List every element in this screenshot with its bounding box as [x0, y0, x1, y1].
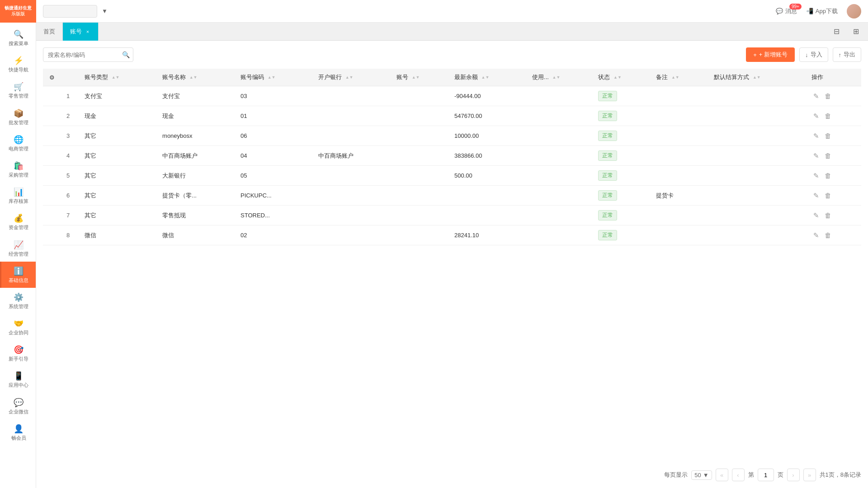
th-remark[interactable]: 备注 ▲▼ — [651, 69, 708, 86]
td-remark — [651, 225, 708, 245]
th-account-no[interactable]: 账号 ▲▼ — [391, 69, 449, 86]
status-badge: 正常 — [598, 230, 617, 240]
edit-button[interactable]: ✎ — [811, 171, 821, 181]
td-row-num: 4 — [61, 146, 79, 166]
th-usage[interactable]: 使用... ▲▼ — [527, 69, 593, 86]
topbar-dropdown[interactable]: ▼ — [102, 8, 108, 14]
sidebar-item-basic-info[interactable]: ℹ️ 基础信息 — [0, 262, 36, 288]
add-icon: + — [753, 52, 757, 58]
th-bank[interactable]: 开户银行 ▲▼ — [313, 69, 391, 86]
sidebar-item-retail-mgmt[interactable]: 🛒 零售管理 — [0, 77, 36, 103]
delete-button[interactable]: 🗑 — [823, 91, 833, 101]
import-button[interactable]: ↓ 导入 — [799, 47, 828, 62]
sidebar-item-member[interactable]: 👤 畅会员 — [0, 419, 36, 446]
edit-button[interactable]: ✎ — [811, 131, 821, 141]
th-settings[interactable]: ⚙ — [43, 69, 61, 86]
td-row-num: 5 — [61, 166, 79, 186]
delete-button[interactable]: 🗑 — [823, 111, 833, 121]
delete-button[interactable]: 🗑 — [823, 230, 833, 240]
last-page-icon: » — [808, 472, 811, 479]
sidebar-item-finance-mgmt[interactable]: 💰 资金管理 — [0, 209, 36, 235]
th-status[interactable]: 状态 ▲▼ — [593, 69, 651, 86]
chevron-down-icon: ▼ — [102, 8, 108, 14]
td-row-num: 6 — [61, 186, 79, 206]
sidebar-item-label: 采购管理 — [9, 172, 28, 178]
sort-icon: ▲▼ — [753, 75, 761, 80]
user-avatar[interactable] — [847, 4, 861, 19]
status-badge: 正常 — [598, 210, 617, 221]
edit-button[interactable]: ✎ — [811, 151, 821, 161]
table-row: 7 其它 零售抵现 STORED... 正常 ✎ 🗑 — [43, 206, 861, 225]
sidebar-item-label: 基础信息 — [9, 277, 28, 283]
next-page-button[interactable]: › — [787, 469, 800, 481]
td-account-name: moneybosx — [157, 126, 235, 146]
accounts-table: ⚙ 账号类型 ▲▼ 账号名称 ▲▼ 账号编码 ▲▼ — [43, 69, 861, 245]
td-default-settlement — [708, 126, 806, 146]
td-account-type: 微信 — [79, 225, 157, 245]
main-area: ▼ 💬 消息 99+ 📲 App下载 首页 账号 × ⊟ ⊞ — [36, 0, 868, 488]
tab-accounts-label: 账号 — [70, 28, 82, 36]
sidebar-item-purchase-mgmt[interactable]: 🛍️ 采购管理 — [0, 156, 36, 183]
sidebar-item-enterprise-agree[interactable]: 🤝 企业协同 — [0, 314, 36, 340]
edit-button[interactable]: ✎ — [811, 230, 821, 240]
sidebar-item-wholesale-mgmt[interactable]: 📦 批发管理 — [0, 104, 36, 130]
sidebar-item-operations-mgmt[interactable]: 📈 经营管理 — [0, 235, 36, 262]
delete-button[interactable]: 🗑 — [823, 191, 833, 200]
page-size-select[interactable]: 50 ▼ — [691, 470, 712, 480]
sidebar-item-new-guide[interactable]: 🎯 新手引导 — [0, 340, 36, 366]
th-default-settlement[interactable]: 默认结算方式 ▲▼ — [708, 69, 806, 86]
first-page-button[interactable]: « — [716, 469, 728, 481]
tab-close-icon[interactable]: × — [85, 28, 91, 35]
export-button[interactable]: ↑ 导出 — [833, 47, 862, 62]
enterprise-icon: 🤝 — [14, 319, 24, 328]
th-account-name[interactable]: 账号名称 ▲▼ — [157, 69, 235, 86]
delete-button[interactable]: 🗑 — [823, 171, 833, 180]
messages-button[interactable]: 💬 消息 99+ — [776, 7, 797, 15]
search-input[interactable] — [43, 47, 133, 62]
topbar-search-input[interactable] — [43, 5, 97, 18]
sidebar-item-app-center[interactable]: 📱 应用中心 — [0, 366, 36, 393]
td-status: 正常 — [593, 206, 651, 225]
th-latest-balance[interactable]: 最新余额 ▲▼ — [449, 69, 527, 86]
delete-button[interactable]: 🗑 — [823, 151, 833, 160]
table-row: 5 其它 大新银行 05 500.00 正常 ✎ 🗑 — [43, 166, 861, 186]
td-settings — [43, 106, 61, 126]
sidebar-item-enterprise-wechat[interactable]: 💬 企业微信 — [0, 393, 36, 419]
sidebar-item-inventory-check[interactable]: 📊 库存核算 — [0, 183, 36, 209]
delete-button[interactable]: 🗑 — [823, 131, 833, 141]
last-page-button[interactable]: » — [803, 469, 816, 481]
add-account-button[interactable]: + + 新增账号 — [746, 47, 795, 62]
edit-button[interactable]: ✎ — [811, 191, 821, 201]
search-icon[interactable]: 🔍 — [122, 51, 130, 58]
page-input[interactable] — [758, 469, 774, 481]
th-account-code[interactable]: 账号编码 ▲▼ — [235, 69, 313, 86]
first-page-icon: « — [720, 472, 723, 479]
td-default-settlement — [708, 86, 806, 106]
table-row: 3 其它 moneybosx 06 10000.00 正常 ✎ 🗑 — [43, 126, 861, 146]
minimize-icon[interactable]: ⊟ — [828, 27, 845, 36]
wechat-icon: 💬 — [14, 398, 24, 408]
prev-page-button[interactable]: ‹ — [732, 469, 745, 481]
delete-button[interactable]: 🗑 — [823, 211, 833, 220]
th-account-type[interactable]: 账号类型 ▲▼ — [79, 69, 157, 86]
td-account-code: 02 — [235, 225, 313, 245]
tab-accounts[interactable]: 账号 × — [63, 23, 99, 41]
edit-button[interactable]: ✎ — [811, 91, 821, 101]
edit-button[interactable]: ✎ — [811, 211, 821, 221]
sidebar-item-search-menu[interactable]: 🔍 搜索菜单 — [0, 25, 36, 51]
maximize-icon[interactable]: ⊞ — [848, 27, 864, 36]
td-default-settlement — [708, 206, 806, 225]
td-account-code: PICKUPC... — [235, 186, 313, 206]
system-icon: ⚙️ — [14, 292, 24, 302]
table-row: 6 其它 提货卡（零... PICKUPC... 正常 提货卡 ✎ 🗑 — [43, 186, 861, 206]
sidebar-item-system-mgmt[interactable]: ⚙️ 系统管理 — [0, 288, 36, 314]
edit-button[interactable]: ✎ — [811, 111, 821, 121]
app-download-button[interactable]: 📲 App下载 — [806, 7, 838, 15]
td-status: 正常 — [593, 146, 651, 166]
sidebar-item-quick-nav[interactable]: ⚡ 快捷导航 — [0, 51, 36, 77]
sidebar-item-ecommerce-mgmt[interactable]: 🌐 电商管理 — [0, 130, 36, 156]
app-icon: 📲 — [806, 8, 813, 14]
td-account-code: 01 — [235, 106, 313, 126]
td-account-no — [391, 126, 449, 146]
tab-home[interactable]: 首页 — [36, 23, 63, 41]
